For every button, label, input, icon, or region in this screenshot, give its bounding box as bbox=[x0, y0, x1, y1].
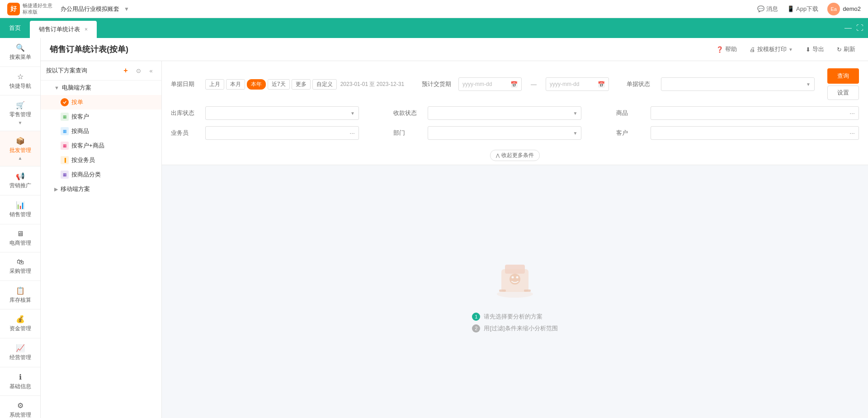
collapse-up-icon: ⋀ bbox=[496, 153, 500, 158]
query-button[interactable]: 查询 bbox=[827, 68, 859, 84]
tree-item-by-salesperson[interactable]: ▐ 按业务员 bbox=[41, 153, 161, 167]
svg-rect-6 bbox=[499, 290, 506, 292]
search-icon: 🔍 bbox=[16, 43, 25, 52]
sidebar-item-ecommerce[interactable]: 🖥 电商管理 bbox=[0, 224, 40, 253]
tab-bar: 首页 销售订单统计表 × — ⛶ bbox=[0, 18, 868, 38]
refresh-button[interactable]: ↻ 刷新 bbox=[833, 43, 859, 55]
tab-home[interactable]: 首页 bbox=[0, 18, 30, 38]
date-btn-last-month[interactable]: 上月 bbox=[205, 79, 224, 90]
tab-maximize-icon[interactable]: ⛶ bbox=[856, 24, 863, 32]
collapse-button[interactable]: ⋀ 收起更多条件 bbox=[490, 150, 540, 161]
tree-item-by-customer[interactable]: ▦ 按客户 bbox=[41, 109, 161, 124]
retail-arrow-icon: ▼ bbox=[18, 120, 23, 125]
app-title: 办公用品行业模拟账套 bbox=[61, 5, 119, 13]
ecommerce-icon: 🖥 bbox=[17, 230, 24, 238]
tab-sales-order[interactable]: 销售订单统计表 × bbox=[30, 21, 97, 38]
goods-select[interactable]: ··· bbox=[651, 106, 859, 120]
tree-item-by-category[interactable]: ▦ 按商品分类 bbox=[41, 167, 161, 182]
sidebar-item-basic-info[interactable]: ℹ 基础信息 bbox=[0, 367, 40, 396]
salesperson-select[interactable]: ··· bbox=[205, 126, 359, 140]
scheme-tree: ▼ 电脑端方案 按单 ▦ 按客户 ▦ 按商 bbox=[41, 81, 161, 196]
navigation-icon: ☆ bbox=[17, 72, 24, 81]
export-button[interactable]: ⬇ 导出 bbox=[802, 43, 828, 55]
tree-folder-mobile[interactable]: ▶ 移动端方案 bbox=[41, 182, 161, 196]
tree-item-by-goods[interactable]: ▦ 按商品 bbox=[41, 124, 161, 138]
sidebar-item-system[interactable]: ⚙ 系统管理 bbox=[0, 396, 40, 418]
date-btn-this-year[interactable]: 本年 bbox=[247, 79, 266, 90]
add-scheme-button[interactable]: + bbox=[121, 66, 131, 76]
date-btn-custom[interactable]: 自定义 bbox=[312, 79, 337, 90]
wholesale-icon: 📦 bbox=[16, 137, 25, 145]
sidebar-item-retail[interactable]: 🛒 零售管理 ▼ bbox=[0, 95, 40, 131]
action-buttons: 查询 设置 bbox=[827, 68, 859, 100]
goods-more-icon[interactable]: ··· bbox=[849, 109, 855, 117]
tab-close-icon[interactable]: × bbox=[85, 27, 88, 32]
tree-item-by-customer-goods[interactable]: ▦ 按客户+商品 bbox=[41, 138, 161, 153]
date-separator: — bbox=[531, 81, 537, 88]
sidebar-item-management[interactable]: 📈 经营管理 bbox=[0, 338, 40, 367]
filter-row-3: 业务员 ··· 部门 ▼ 客户 bbox=[171, 126, 859, 140]
sidebar: 🔍 搜索菜单 ☆ 快捷导航 🛒 零售管理 ▼ 📦 批发管理 ▲ 📢 营销推广 📊… bbox=[0, 38, 41, 418]
goods-label: 商品 bbox=[616, 109, 643, 117]
retail-icon: 🛒 bbox=[16, 101, 25, 109]
date-label: 单据日期 bbox=[171, 80, 198, 88]
sidebar-item-search[interactable]: 🔍 搜索菜单 bbox=[0, 38, 40, 67]
filter-area: 单据日期 上月 本月 本年 近7天 更多 自定义 2023-01-01 至 20… bbox=[162, 61, 868, 165]
help-icon: ❓ bbox=[716, 46, 723, 53]
finance-icon: 💰 bbox=[16, 315, 25, 323]
help-button[interactable]: ❓ 帮助 bbox=[712, 43, 741, 55]
filter-settings-button[interactable]: 设置 bbox=[827, 86, 859, 100]
logo-icon: 好 bbox=[7, 3, 20, 15]
bill-status-select[interactable]: ▼ bbox=[661, 77, 815, 91]
svg-point-4 bbox=[512, 276, 514, 278]
sidebar-item-sales[interactable]: 📊 销售管理 bbox=[0, 195, 40, 224]
payment-status-dropdown-icon: ▼ bbox=[573, 111, 577, 116]
payment-status-select[interactable]: ▼ bbox=[428, 106, 581, 120]
date-btn-more[interactable]: 更多 bbox=[292, 79, 311, 90]
user-area[interactable]: Ea demo2 bbox=[827, 3, 861, 15]
collapse-panel-icon[interactable]: « bbox=[146, 66, 156, 76]
empty-hints: 1 请先选择要分析的方案 2 用[过滤]条件来缩小分析范围 bbox=[472, 313, 557, 332]
print-icon: 🖨 bbox=[750, 46, 755, 53]
salesperson-label: 业务员 bbox=[171, 129, 198, 137]
sidebar-item-navigation[interactable]: ☆ 快捷导航 bbox=[0, 67, 40, 96]
salesperson-more-icon[interactable]: ··· bbox=[349, 129, 355, 137]
category-icon: ▦ bbox=[61, 171, 69, 179]
top-bar: 好 畅捷通好生意 标准版 办公用品行业模拟账套 ▼ 💬 消息 📱 App下载 E… bbox=[0, 0, 868, 18]
expected-date-end[interactable]: yyyy-mm-dd 📅 bbox=[546, 77, 609, 91]
left-panel-icons: + ⊙ « bbox=[121, 66, 156, 76]
message-button[interactable]: 💬 消息 bbox=[757, 5, 778, 13]
refresh-icon: ↻ bbox=[837, 46, 842, 53]
delivery-status-select[interactable]: ▼ bbox=[205, 106, 359, 120]
bill-status-label: 单据状态 bbox=[627, 80, 654, 88]
active-item-icon bbox=[61, 98, 69, 106]
tree-folder-pc[interactable]: ▼ 电脑端方案 bbox=[41, 81, 161, 95]
department-select[interactable]: ▼ bbox=[428, 126, 581, 140]
date-btn-7days[interactable]: 近7天 bbox=[268, 79, 290, 90]
sidebar-item-finance[interactable]: 💰 资金管理 bbox=[0, 309, 40, 338]
sidebar-item-inventory[interactable]: 📋 库存核算 bbox=[0, 281, 40, 310]
print-button[interactable]: 🖨 按模板打印 ▼ bbox=[746, 43, 797, 55]
date-btn-group: 上月 本月 本年 近7天 更多 自定义 2023-01-01 至 2023-12… bbox=[205, 79, 404, 90]
expected-date-label: 预计交货期 bbox=[422, 80, 451, 88]
sidebar-item-wholesale[interactable]: 📦 批发管理 ▲ bbox=[0, 131, 40, 167]
expected-date-start[interactable]: yyyy-mm-dd 📅 bbox=[458, 77, 522, 91]
tab-minimize-icon[interactable]: — bbox=[844, 24, 852, 32]
customer-select[interactable]: ··· bbox=[651, 126, 859, 140]
left-panel: 按以下方案查询 + ⊙ « ▼ 电脑端方案 bbox=[41, 61, 162, 418]
app-title-dropdown-icon[interactable]: ▼ bbox=[124, 6, 129, 12]
date-btn-this-month[interactable]: 本月 bbox=[226, 79, 245, 90]
basic-info-icon: ℹ bbox=[19, 373, 22, 381]
collapse-bar: ⋀ 收起更多条件 bbox=[171, 146, 859, 165]
sidebar-item-marketing[interactable]: 📢 营销推广 bbox=[0, 166, 40, 195]
calendar-icon-start: 📅 bbox=[510, 81, 518, 88]
settings-scheme-icon[interactable]: ⊙ bbox=[133, 66, 143, 76]
top-bar-right: 💬 消息 📱 App下载 Ea demo2 bbox=[757, 3, 861, 15]
customer-more-icon[interactable]: ··· bbox=[849, 129, 855, 137]
purchase-icon: 🛍 bbox=[17, 258, 24, 266]
sidebar-item-purchase[interactable]: 🛍 采购管理 bbox=[0, 252, 40, 281]
app-download-button[interactable]: 📱 App下载 bbox=[787, 5, 818, 13]
delivery-status-dropdown-icon: ▼ bbox=[350, 111, 355, 116]
tree-item-by-order[interactable]: 按单 bbox=[41, 95, 161, 109]
empty-hint-2: 2 用[过滤]条件来缩小分析范围 bbox=[472, 324, 557, 332]
